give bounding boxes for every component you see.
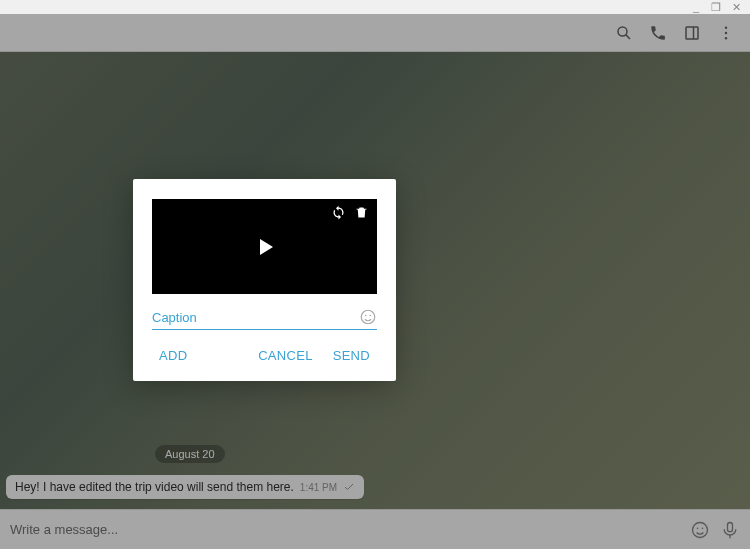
caption-field-wrap: [152, 306, 377, 330]
close-button[interactable]: ✕: [730, 1, 742, 13]
delete-icon[interactable]: [354, 205, 369, 220]
caption-input[interactable]: [152, 306, 377, 330]
maximize-button[interactable]: ❐: [710, 1, 722, 13]
dialog-actions: ADD CANCEL SEND: [133, 342, 396, 369]
send-button[interactable]: SEND: [323, 342, 380, 369]
svg-point-12: [361, 310, 375, 324]
minimize-button[interactable]: _: [690, 1, 702, 13]
replace-icon[interactable]: [331, 205, 346, 220]
add-button[interactable]: ADD: [149, 342, 197, 369]
svg-point-13: [365, 315, 367, 317]
svg-point-14: [370, 315, 372, 317]
play-icon[interactable]: [260, 239, 273, 255]
send-media-dialog: ADD CANCEL SEND: [133, 179, 396, 381]
cancel-button[interactable]: CANCEL: [248, 342, 323, 369]
window-titlebar: _ ❐ ✕: [0, 0, 750, 14]
video-preview[interactable]: [152, 199, 377, 294]
caption-emoji-icon[interactable]: [359, 308, 377, 326]
